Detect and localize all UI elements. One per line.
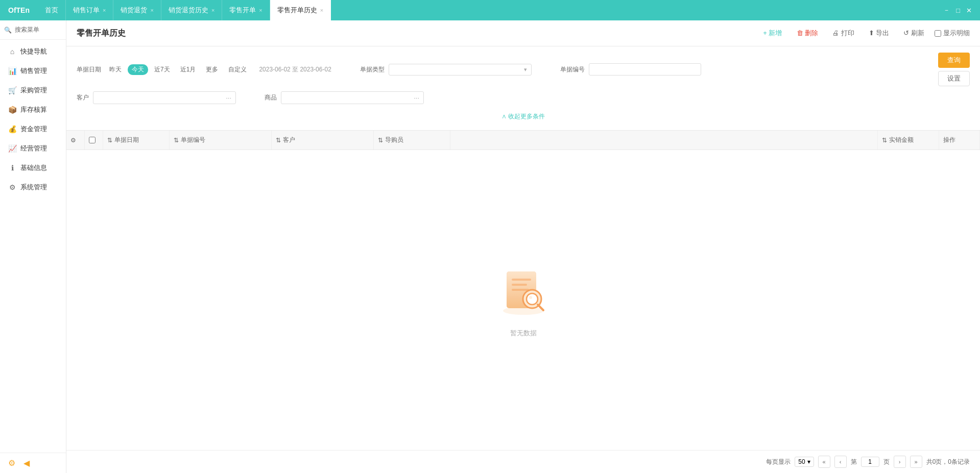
nav-item-资金管理[interactable]: 💰资金管理 xyxy=(0,119,66,139)
query-button[interactable]: 查询 xyxy=(938,53,970,68)
tab-close-销售订单[interactable]: × xyxy=(103,7,106,13)
th-amount-sort-icon[interactable]: ⇅ xyxy=(882,137,887,144)
tab-close-零售开单[interactable]: × xyxy=(259,7,262,13)
page-of-label: 第 xyxy=(851,458,857,466)
tab-零售开单[interactable]: 零售开单× xyxy=(222,0,270,20)
page-number-input[interactable] xyxy=(861,457,879,467)
minimize-btn[interactable]: － xyxy=(943,6,950,15)
sidebar-settings-icon[interactable]: ⚙ xyxy=(8,458,15,468)
th-billno: ⇅ 单据编号 xyxy=(170,131,272,150)
first-page-btn[interactable]: « xyxy=(818,456,830,468)
tab-销售订单[interactable]: 销售订单× xyxy=(66,0,113,20)
pagination: 每页显示 50 ▾ « ‹ 第 页 › » 共0页，0条记录 xyxy=(66,450,980,473)
window-controls: － □ ✕ xyxy=(943,6,980,15)
tab-零售开单历史[interactable]: 零售开单历史× xyxy=(270,0,331,20)
th-billno-label: 单据编号 xyxy=(181,136,205,144)
th-date-label: 单据日期 xyxy=(114,136,139,144)
maximize-btn[interactable]: □ xyxy=(956,7,960,14)
page-label: 页 xyxy=(883,458,890,466)
page-size-label: 每页显示 xyxy=(766,458,791,466)
bill-no-label: 单据编号 xyxy=(560,65,585,74)
nav-icon: ⌂ xyxy=(8,47,16,56)
tab-close-销货退货历史[interactable]: × xyxy=(211,7,214,13)
th-customer: ⇅ 客户 xyxy=(272,131,374,150)
nav-label: 系统管理 xyxy=(20,183,47,192)
th-amount: ⇅ 实销金额 xyxy=(878,131,939,150)
content-area: 零售开单历史 + 新增 🗑 删除 🖨 打印 ⬆ 导出 ↺ 刷新 显示明细 单据日… xyxy=(66,20,980,473)
th-date-sort-icon[interactable]: ⇅ xyxy=(107,137,112,144)
tab-销货退货[interactable]: 销货退货× xyxy=(113,0,161,20)
th-amount-label: 实销金额 xyxy=(889,136,914,144)
nav-item-采购管理[interactable]: 🛒采购管理 xyxy=(0,81,66,100)
customer-dots[interactable]: ··· xyxy=(226,94,231,102)
total-info: 共0页，0条记录 xyxy=(926,458,970,466)
th-salesperson-sort-icon[interactable]: ⇅ xyxy=(378,137,383,144)
th-customer-sort-icon[interactable]: ⇅ xyxy=(276,137,281,144)
nav-item-快捷导航[interactable]: ⌂快捷导航 xyxy=(0,42,66,61)
sidebar-search[interactable]: 🔍 搜索菜单 xyxy=(0,20,66,40)
collapse-more-btn[interactable]: ∧ 收起更多条件 xyxy=(77,109,970,124)
nav-icon: 📈 xyxy=(8,144,16,153)
nav-item-基础信息[interactable]: ℹ基础信息 xyxy=(0,158,66,178)
date-range-text: 2023-06-02 至 2023-06-02 xyxy=(259,65,331,74)
th-settings[interactable]: ⚙ xyxy=(66,131,85,150)
nav-item-经营管理[interactable]: 📈经营管理 xyxy=(0,139,66,158)
th-extra xyxy=(450,131,878,150)
nav-icon: ℹ xyxy=(8,164,16,172)
th-customer-label: 客户 xyxy=(283,136,295,144)
select-all-checkbox[interactable] xyxy=(89,137,95,143)
tab-close-零售开单历史[interactable]: × xyxy=(320,7,323,13)
display-detail-checkbox[interactable] xyxy=(935,30,941,37)
display-detail-label: 显示明细 xyxy=(935,29,970,38)
goods-select[interactable]: ··· xyxy=(281,91,424,104)
empty-illustration xyxy=(495,262,552,320)
table-body: 暂无数据 xyxy=(66,150,980,450)
print-button[interactable]: 🖨 打印 xyxy=(828,27,858,40)
tab-首页[interactable]: 首页 xyxy=(38,0,66,20)
th-billno-sort-icon[interactable]: ⇅ xyxy=(174,137,179,144)
next-page-btn[interactable]: › xyxy=(894,456,906,468)
date-btn-今天[interactable]: 今天 xyxy=(128,64,148,75)
tab-销货退货历史[interactable]: 销货退货历史× xyxy=(161,0,222,20)
customer-select[interactable]: ··· xyxy=(93,91,236,104)
export-button[interactable]: ⬆ 导出 xyxy=(865,27,894,40)
empty-text: 暂无数据 xyxy=(510,329,537,338)
delete-button[interactable]: 🗑 删除 xyxy=(793,27,823,40)
nav-icon: 📊 xyxy=(8,67,16,75)
bill-type-label: 单据类型 xyxy=(360,65,385,74)
prev-page-btn[interactable]: ‹ xyxy=(834,456,847,468)
th-checkbox[interactable] xyxy=(85,131,103,150)
date-btn-自定义[interactable]: 自定义 xyxy=(224,64,251,75)
close-btn[interactable]: ✕ xyxy=(966,7,972,14)
page-title: 零售开单历史 xyxy=(77,28,126,39)
last-page-btn[interactable]: » xyxy=(910,456,922,468)
bill-type-arrow: ▾ xyxy=(524,66,527,73)
nav-icon: 📦 xyxy=(8,106,16,114)
bill-no-input[interactable] xyxy=(589,63,701,76)
nav-icon: 🛒 xyxy=(8,86,16,94)
date-range-buttons: 昨天今天近7天近1月更多自定义 xyxy=(105,64,251,75)
tab-close-销货退货[interactable]: × xyxy=(150,7,153,13)
filter-section: 单据日期 昨天今天近7天近1月更多自定义 2023-06-02 至 2023-0… xyxy=(66,46,980,131)
date-btn-近1月[interactable]: 近1月 xyxy=(176,64,200,75)
page-header: 零售开单历史 + 新增 🗑 删除 🖨 打印 ⬆ 导出 ↺ 刷新 显示明细 xyxy=(66,20,980,46)
date-btn-更多[interactable]: 更多 xyxy=(202,64,222,75)
add-button[interactable]: + 新增 xyxy=(759,27,786,40)
page-size-select[interactable]: 50 ▾ xyxy=(795,457,814,467)
sidebar: 🔍 搜索菜单 ⌂快捷导航📊销售管理🛒采购管理📦库存核算💰资金管理📈经营管理ℹ基础… xyxy=(0,20,66,473)
page-actions: + 新增 🗑 删除 🖨 打印 ⬆ 导出 ↺ 刷新 显示明细 xyxy=(759,27,970,40)
table-header: ⚙ ⇅ 单据日期 ⇅ 单据编号 ⇅ 客户 ⇅ xyxy=(66,131,980,150)
nav-label: 库存核算 xyxy=(20,105,47,114)
nav-label: 销售管理 xyxy=(20,66,47,76)
settings-button[interactable]: 设置 xyxy=(938,71,970,86)
goods-dots[interactable]: ··· xyxy=(414,94,419,102)
sidebar-collapse-icon[interactable]: ◀ xyxy=(23,458,30,468)
nav-item-系统管理[interactable]: ⚙系统管理 xyxy=(0,178,66,197)
search-icon: 🔍 xyxy=(4,27,12,34)
nav-item-销售管理[interactable]: 📊销售管理 xyxy=(0,61,66,81)
nav-item-库存核算[interactable]: 📦库存核算 xyxy=(0,100,66,119)
bill-type-select[interactable]: ▾ xyxy=(389,64,532,76)
refresh-button[interactable]: ↺ 刷新 xyxy=(899,27,928,40)
date-btn-近7天[interactable]: 近7天 xyxy=(150,64,174,75)
date-btn-昨天[interactable]: 昨天 xyxy=(105,64,126,75)
